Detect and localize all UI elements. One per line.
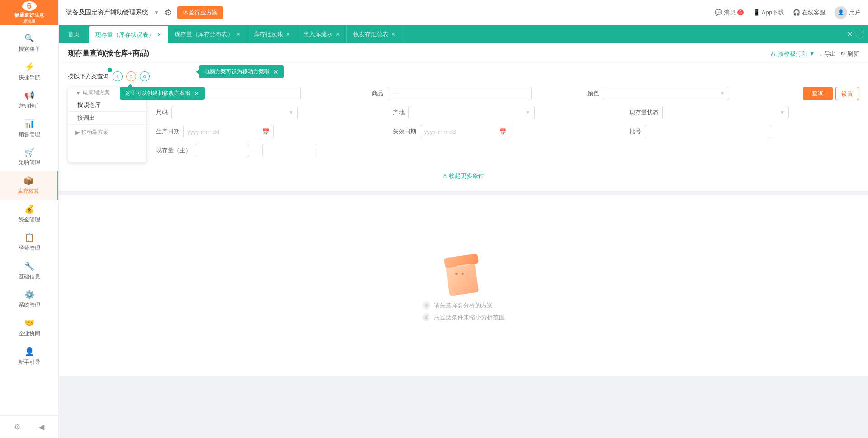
step-2-number: ② xyxy=(422,313,430,321)
tab-batch-account[interactable]: 库存批次账 ✕ xyxy=(247,25,297,43)
sidebar-item-enterprise[interactable]: 🤝 企业协同 xyxy=(0,314,58,342)
tab-home-label: 首页 xyxy=(68,30,80,38)
tab-close-batch-account[interactable]: ✕ xyxy=(286,31,290,38)
logo-icon: 6 xyxy=(22,1,37,11)
sidebar-item-search-menu[interactable]: 🔍 搜索菜单 xyxy=(0,29,58,57)
empty-step-1: ① 请先选择要分析的方案 xyxy=(422,301,505,310)
origin-input[interactable]: ▼ xyxy=(408,106,535,119)
stock-status-label: 现存量状态 xyxy=(629,108,659,117)
print-dropdown-icon: ▼ xyxy=(809,50,815,57)
sidebar-item-sales[interactable]: 📊 销售管理 xyxy=(0,114,58,143)
logo-sub: 标准版 xyxy=(23,19,35,24)
trial-button[interactable]: 体验行业方案 xyxy=(177,6,223,19)
sidebar-item-finance[interactable]: 💰 资金管理 xyxy=(0,200,58,228)
tab-inout-flow[interactable]: 出入库流水 ✕ xyxy=(297,25,347,43)
search-button[interactable]: 查询 xyxy=(803,87,833,100)
size-input[interactable]: ▼ xyxy=(171,106,298,119)
sidebar-item-label: 搜索菜单 xyxy=(19,45,40,53)
sidebar-item-inventory[interactable]: 📦 库存核算 xyxy=(0,171,58,200)
tab-inventory-status[interactable]: 现存量（库存状况表） ✕ xyxy=(89,26,168,44)
filter-row-1: ··· 商品 ··· 颜色 xyxy=(156,87,859,100)
system-dropdown-icon[interactable]: ▼ xyxy=(154,9,159,16)
sidebar-item-marketing[interactable]: 📢 营销推广 xyxy=(0,86,58,114)
collapse-filter-button[interactable]: ∧ 收起更多条件 xyxy=(68,168,859,184)
print-button[interactable]: 🖨 按模板打印 ▼ xyxy=(770,50,815,58)
scheme-item-接调出[interactable]: 接调出 xyxy=(68,112,146,125)
page-content: 现存量查询(按仓库+商品) 🖨 按模板打印 ▼ ↓ 导出 ↻ 刷新 xyxy=(59,43,868,438)
tab-close-receipt-summary[interactable]: ✕ xyxy=(391,31,396,38)
sidebar-item-label: 采购管理 xyxy=(19,159,40,167)
tab-receipt-summary[interactable]: 收发存汇总表 ✕ xyxy=(347,25,402,43)
tab-inventory-dist-label: 现存量（库存分布表） xyxy=(175,30,233,38)
user-menu[interactable]: 👤 用户 xyxy=(835,6,861,19)
filter-header: 按以下方案查询 + ○ « xyxy=(68,71,859,81)
collapse-sidebar-button[interactable]: ◀ xyxy=(39,423,44,431)
tooltip-pc-close[interactable]: ✕ xyxy=(273,68,278,75)
filter-group-stock-status: 现存量状态 ▼ xyxy=(629,106,859,119)
empty-face-right-eye xyxy=(462,273,464,275)
color-input[interactable]: ▼ xyxy=(603,87,729,100)
inventory-icon: 📦 xyxy=(24,176,33,186)
refresh-button[interactable]: ↻ 刷新 xyxy=(840,50,859,58)
size-label: 尺码 xyxy=(156,108,168,117)
sales-icon: 📊 xyxy=(24,119,34,129)
sidebar-item-basic[interactable]: 🔧 基础信息 xyxy=(0,257,58,285)
prod-date-placeholder: yyyy-mm-dd xyxy=(187,128,219,135)
filter-group-stock-qty: 现存量（主） — xyxy=(156,144,859,157)
mobile-scheme-section[interactable]: ▶ 移动端方案 xyxy=(68,127,146,138)
expire-date-label: 失效日期 xyxy=(393,127,416,136)
sidebar-item-label: 企业协同 xyxy=(19,330,40,338)
empty-face-left-eye xyxy=(455,273,458,275)
phone-icon: 📱 xyxy=(753,9,760,16)
stock-qty-min-input[interactable] xyxy=(195,144,249,157)
batch-input[interactable] xyxy=(645,125,771,138)
message-button[interactable]: 💬 消息 8 xyxy=(715,9,744,17)
back-scheme-button[interactable]: « xyxy=(140,71,150,81)
tab-home[interactable]: 首页 xyxy=(59,25,89,43)
settings-gear-icon[interactable]: ⚙ xyxy=(165,8,172,18)
stock-status-input[interactable]: ▼ xyxy=(662,106,789,119)
prod-date-input[interactable]: yyyy-mm-dd 📅 xyxy=(183,125,274,138)
expire-calendar-icon: 📅 xyxy=(499,128,506,135)
export-button[interactable]: ↓ 导出 xyxy=(820,50,836,58)
product-input[interactable]: ··· xyxy=(387,87,532,100)
size-chevron-icon: ▼ xyxy=(288,109,294,116)
tab-close-inventory-dist[interactable]: ✕ xyxy=(236,31,241,38)
tooltip-create-close[interactable]: ✕ xyxy=(194,90,199,97)
step-2-text: 用过滤条件来缩小分析范围 xyxy=(434,313,505,321)
empty-state: ① 请先选择要分析的方案 ② 用过滤条件来缩小分析范围 xyxy=(59,195,868,376)
online-support-button[interactable]: 🎧 在线客服 xyxy=(793,9,826,17)
tab-inventory-dist[interactable]: 现存量（库存分布表） ✕ xyxy=(168,25,247,43)
sidebar-item-operations[interactable]: 📋 经营管理 xyxy=(0,228,58,257)
online-support-label: 在线客服 xyxy=(802,9,826,17)
tab-close-inout-flow[interactable]: ✕ xyxy=(335,31,340,38)
sidebar-item-newbie[interactable]: 👤 新手引导 xyxy=(0,342,58,371)
sidebar: 6 畅通道好生意 标准版 🔍 搜索菜单 ⚡ 快捷导航 📢 营销推广 📊 销售管理… xyxy=(0,0,59,438)
reset-button[interactable]: 设置 xyxy=(835,87,859,100)
sidebar-item-quick-nav[interactable]: ⚡ 快捷导航 xyxy=(0,57,58,86)
operations-icon: 📋 xyxy=(24,233,34,243)
tab-close-inventory-status[interactable]: ✕ xyxy=(157,32,161,38)
stock-qty-max-input[interactable] xyxy=(262,144,316,157)
expire-date-input[interactable]: yyyy-mm-dd 📅 xyxy=(420,125,510,138)
add-scheme-button[interactable]: + xyxy=(113,71,123,81)
sidebar-item-label: 快捷导航 xyxy=(19,74,40,81)
tab-fullscreen-icon[interactable]: ⛶ xyxy=(856,30,863,38)
purchase-icon: 🛒 xyxy=(24,147,34,157)
batch-label: 批号 xyxy=(629,127,641,136)
filter-group-batch: 批号 xyxy=(629,125,859,138)
export-label: 导出 xyxy=(824,50,836,58)
app-download-button[interactable]: 📱 App下载 xyxy=(753,9,784,17)
settings-button[interactable]: ⚙ xyxy=(14,423,20,431)
calendar-icon: 📅 xyxy=(262,128,269,135)
scheme-item-按照仓库[interactable]: 按照仓库 xyxy=(68,99,146,112)
search-icon: 🔍 xyxy=(24,33,34,43)
sidebar-item-system[interactable]: ⚙️ 系统管理 xyxy=(0,285,58,314)
tab-bar: 首页 现存量（库存状况表） ✕ 现存量（库存分布表） ✕ 库存批次账 ✕ 出入库… xyxy=(59,25,868,43)
step-1-text: 请先选择要分析的方案 xyxy=(434,301,493,310)
tooltip-pc-text: 电脑方案可设为移动方案哦 xyxy=(204,68,269,75)
sidebar-item-purchase[interactable]: 🛒 采购管理 xyxy=(0,143,58,171)
edit-scheme-button[interactable]: ○ xyxy=(126,71,136,81)
filter-label: 按以下方案查询 xyxy=(68,72,109,80)
tab-close-all-icon[interactable]: ✕ xyxy=(847,30,853,38)
